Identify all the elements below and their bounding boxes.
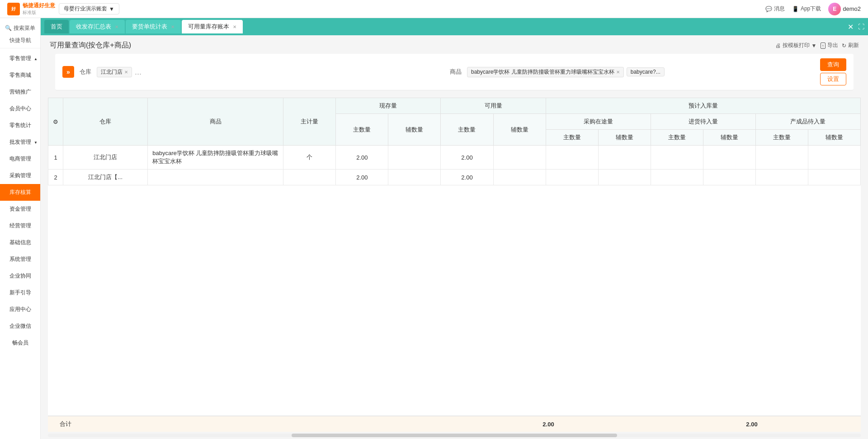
filter-toggle-button[interactable]: »	[62, 66, 74, 78]
sidebar-item-member[interactable]: 会员中心	[0, 100, 40, 117]
message-icon: 💬	[765, 6, 772, 12]
print-button[interactable]: 🖨 按模板打印 ▼	[775, 42, 817, 49]
message-button[interactable]: 💬 消息	[765, 5, 785, 13]
row-stock-main: 2.00	[336, 146, 388, 170]
sidebar-item-label: 零售商城	[9, 72, 31, 78]
sidebar-item-app-center[interactable]: 应用中心	[0, 301, 40, 318]
refresh-button[interactable]: ↻ 刷新	[842, 42, 859, 49]
row-purchase-aux	[598, 146, 651, 170]
sidebar-item-purchase[interactable]: 采购管理	[0, 167, 40, 184]
tab-bar-expand-icon[interactable]: ⛶	[858, 23, 864, 30]
sidebar-nav[interactable]: 快捷导航	[0, 35, 40, 46]
footer-values: 2.00 2.00	[447, 421, 854, 428]
sidebar-item-wechat[interactable]: 企业微信	[0, 318, 40, 335]
sidebar-item-retail-mall[interactable]: 零售商城	[0, 67, 40, 84]
row-main-unit: 个	[283, 146, 336, 170]
col-incoming-aux-header: 辅数量	[703, 130, 755, 146]
print-icon: 🖨	[775, 42, 781, 49]
row-incoming-main	[651, 146, 703, 170]
sidebar-item-zero-retail[interactable]: 零售管理	[0, 50, 40, 67]
col-available-group-header: 可用量	[441, 98, 546, 114]
sidebar-item-marketing[interactable]: 营销推广	[0, 84, 40, 100]
sidebar-item-operation[interactable]: 经营管理	[0, 217, 40, 234]
logo-text-area: 畅捷通好生意 标准版	[23, 2, 55, 16]
tab-receivable-label: 收发存汇总表	[76, 23, 111, 31]
query-button[interactable]: 查询	[820, 58, 846, 71]
row-avail-main: 2.00	[441, 170, 493, 185]
footer-total-label: 合计	[55, 420, 71, 428]
product-tag-1[interactable]: babycare学饮杯 儿童防摔防撞吸管杯重力球吸嘴杯宝宝水杯 ✕	[467, 67, 624, 77]
print-label: 按模板打印	[783, 42, 810, 49]
user-avatar: E	[828, 3, 841, 15]
warehouse-tag-remove-icon[interactable]: ✕	[124, 70, 128, 75]
col-main-unit-label: 主计量	[301, 118, 318, 125]
sidebar-item-label: 企业协同	[9, 273, 31, 279]
row-incoming-aux	[703, 170, 755, 185]
sidebar-item-enterprise[interactable]: 企业协同	[0, 268, 40, 284]
top-bar-right: 💬 消息 📱 App下载 E demo2	[765, 3, 861, 15]
tab-home[interactable]: 首页	[44, 20, 69, 33]
tab-order-stats-label: 要货单统计表	[132, 23, 167, 31]
tab-receivable[interactable]: 收发存汇总表 ✕	[70, 20, 125, 33]
row-main-unit	[283, 170, 336, 185]
sidebar-item-system[interactable]: 系统管理	[0, 251, 40, 268]
col-purchase-aux-header: 辅数量	[598, 130, 651, 146]
sidebar-item-retail-stats[interactable]: 零售统计	[0, 117, 40, 134]
row-production-aux	[808, 170, 860, 185]
user-area[interactable]: E demo2	[828, 3, 861, 15]
row-incoming-main	[651, 170, 703, 185]
warehouse-filter-label: 仓库	[80, 68, 91, 76]
store-chevron-icon: ▼	[109, 6, 114, 12]
row-product	[148, 170, 283, 185]
tab-available-inventory[interactable]: 可用量库存账本 ✕	[182, 20, 243, 33]
settings-col-icon: ⚙	[53, 118, 58, 125]
action-buttons: 查询 设置	[820, 58, 846, 85]
sidebar-item-label: 营销推广	[9, 89, 31, 95]
tab-bar-close-icon[interactable]: ✕	[848, 23, 854, 31]
sidebar-item-label: 库存核算	[9, 189, 31, 195]
row-purchase-aux	[598, 170, 651, 185]
filter-toggle-icon: »	[66, 68, 70, 76]
sidebar-search[interactable]: 🔍 搜索菜单	[0, 22, 40, 35]
scroll-track	[48, 434, 861, 437]
sidebar-item-label: 基础信息	[9, 239, 31, 245]
scroll-bar-area	[41, 432, 868, 439]
row-production-main	[755, 170, 808, 185]
product-tag-2[interactable]: babycare?...	[627, 67, 665, 76]
export-button[interactable]: ↑ 导出	[821, 42, 839, 49]
tab-receivable-close-icon[interactable]: ✕	[115, 24, 118, 29]
logo-title: 畅捷通好生意	[23, 2, 55, 9]
sidebar-search-label: 搜索菜单	[14, 25, 35, 31]
row-incoming-aux	[703, 146, 755, 170]
sidebar-item-newbie[interactable]: 新手引导	[0, 284, 40, 301]
col-settings[interactable]: ⚙	[48, 98, 63, 146]
sidebar-item-label: 零售统计	[9, 122, 31, 128]
sidebar-item-label: 经营管理	[9, 222, 31, 229]
tab-available-inventory-close-icon[interactable]: ✕	[233, 24, 236, 29]
product-filter-label: 商品	[450, 68, 462, 76]
col-available-group-label: 可用量	[485, 102, 502, 109]
sidebar-item-batch[interactable]: 批发管理	[0, 134, 40, 151]
col-stock-group-label: 现存量	[379, 102, 397, 109]
settings-button[interactable]: 设置	[820, 73, 846, 85]
store-selector[interactable]: 母婴行业演示账套 ▼	[59, 3, 119, 14]
tab-order-stats-close-icon[interactable]: ✕	[171, 24, 175, 29]
filter-area: » 仓库 江北门店 ✕ ... 商品 babycare学饮杯 儿童防摔防撞吸管杯…	[55, 54, 854, 90]
store-name: 母婴行业演示账套	[64, 5, 107, 13]
warehouse-more-icon[interactable]: ...	[135, 67, 142, 77]
sidebar-item-inventory[interactable]: 库存核算	[0, 184, 40, 201]
col-purchase-main-header: 主数量	[546, 130, 598, 146]
sidebar-item-member2[interactable]: 畅会员	[0, 335, 40, 351]
warehouse-tag[interactable]: 江北门店 ✕	[97, 67, 132, 77]
app-download-button[interactable]: 📱 App下载	[792, 5, 821, 13]
sidebar-item-ecommerce[interactable]: 电商管理	[0, 151, 40, 167]
tab-home-label: 首页	[51, 23, 62, 31]
app-icon: 📱	[792, 6, 799, 12]
tab-order-stats[interactable]: 要货单统计表 ✕	[126, 20, 181, 33]
product-filter-tags: babycare学饮杯 儿童防摔防撞吸管杯重力球吸嘴杯宝宝水杯 ✕ babyca…	[467, 67, 815, 77]
scroll-thumb[interactable]	[292, 434, 617, 437]
sidebar-item-basic[interactable]: 基础信息	[0, 234, 40, 251]
sidebar-item-finance[interactable]: 资金管理	[0, 201, 40, 217]
row-warehouse: 江北门店【...	[63, 170, 148, 185]
product-tag-1-remove-icon[interactable]: ✕	[616, 70, 620, 75]
